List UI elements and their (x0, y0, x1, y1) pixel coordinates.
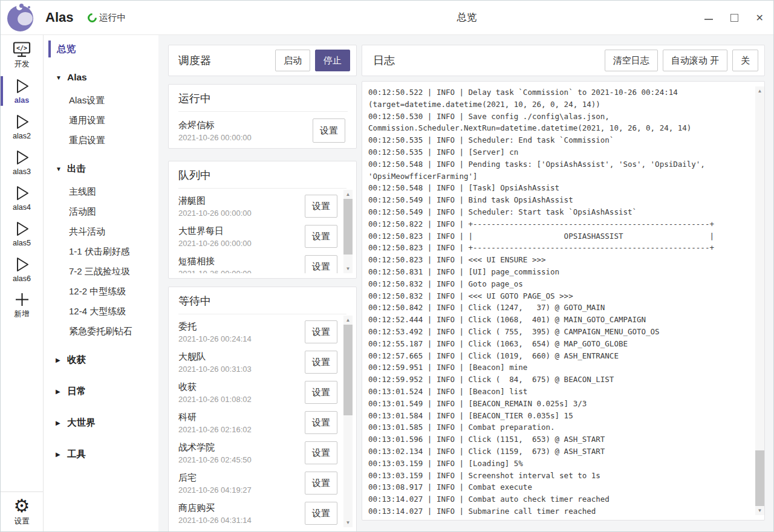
close-button[interactable]: ✕ (756, 12, 764, 24)
task-info: 大舰队2021-10-26 00:31:03 (178, 351, 305, 374)
task-row: 后宅2021-10-26 04:19:27设置 (178, 467, 343, 497)
task-name: 委托 (178, 320, 305, 332)
scrollbar-thumb[interactable] (343, 199, 353, 255)
menu-item[interactable]: 共斗活动 (48, 222, 158, 242)
clear-log-button[interactable]: 清空日志 (605, 50, 658, 71)
task-name: 商店购买 (178, 502, 305, 513)
main-content: 调度器 启动 停止 运行中 余烬信标2021-10-26 00:00:00设置 … (158, 35, 773, 531)
task-settings-button[interactable]: 设置 (313, 118, 345, 143)
task-time: 2021-10-26 00:00:00 (178, 238, 305, 248)
scroll-up-icon[interactable]: ▲ (758, 86, 763, 96)
rail-item-label: alas3 (13, 167, 31, 176)
task-settings-button[interactable]: 设置 (305, 195, 337, 218)
task-settings-button[interactable]: 设置 (305, 472, 337, 495)
waiting-scrollbar[interactable]: ▲ ▼ (343, 316, 353, 527)
menu-item[interactable]: 通用设置 (48, 111, 158, 131)
scheduler-card: 调度器 启动 停止 (168, 45, 357, 76)
menu-item[interactable]: Alas设置 (48, 91, 158, 111)
scrollbar-thumb[interactable] (343, 325, 353, 415)
maximize-button[interactable] (730, 14, 738, 22)
rail-item-alas3[interactable]: alas3 (1, 144, 43, 180)
task-name: 战术学院 (178, 441, 305, 453)
task-time: 2021-10-26 02:16:02 (178, 424, 305, 435)
autoscroll-toggle-button[interactable]: 自动滚动 开 (663, 50, 727, 71)
task-settings-button[interactable]: 设置 (305, 225, 337, 248)
menu-group-工具[interactable]: ▶工具 (48, 441, 158, 467)
task-settings-button[interactable]: 设置 (305, 441, 337, 464)
scroll-down-icon[interactable]: ▼ (758, 506, 763, 515)
task-settings-button[interactable]: 设置 (305, 255, 337, 273)
task-info: 科研2021-10-26 02:16:02 (178, 411, 305, 435)
rail-item-alas2[interactable]: alas2 (1, 109, 43, 144)
log-output[interactable]: 00:12:50.522 | INFO | Delay task `Commis… (368, 86, 755, 515)
task-info: 商店购买2021-10-26 04:31:14 (178, 502, 305, 525)
start-button[interactable]: 启动 (275, 50, 310, 71)
scroll-up-icon[interactable]: ▲ (346, 190, 351, 199)
log-off-button[interactable]: 关 (732, 50, 758, 71)
rail-item-dev[interactable]: </>开发 (1, 37, 43, 73)
minimize-button[interactable] (704, 11, 713, 25)
task-row: 大世界每日2021-10-26 00:00:00设置 (178, 220, 343, 250)
pending-scrollbar[interactable]: ▲ ▼ (343, 190, 353, 273)
rail-settings-button[interactable]: ⚙ 设置 (1, 491, 43, 531)
rail-item-alas5[interactable]: alas5 (1, 216, 43, 251)
rail-item-alas[interactable]: alas (1, 73, 43, 109)
task-settings-button[interactable]: 设置 (305, 381, 337, 404)
stop-button[interactable]: 停止 (315, 50, 350, 71)
task-time: 2021-10-26 04:19:27 (178, 485, 305, 495)
scroll-up-icon[interactable]: ▲ (346, 316, 351, 325)
menu-item[interactable]: 12-2 中型练级 (48, 282, 158, 302)
menu-overview-label: 总览 (57, 43, 76, 56)
play-icon (14, 221, 30, 238)
running-spinner-icon (86, 11, 99, 24)
pending-list[interactable]: 潜艇图2021-10-26 00:00:00设置大世界每日2021-10-26 … (178, 190, 343, 273)
waiting-list[interactable]: 委托2021-10-26 00:24:14设置大舰队2021-10-26 00:… (178, 316, 343, 527)
instance-rail: </>开发alasalas2alas3alas4alas5alas6新增 ⚙ 设… (1, 35, 44, 531)
chevron-right-icon: ▶ (56, 420, 62, 426)
rail-item-add[interactable]: 新增 (1, 287, 43, 323)
task-time: 2021-10-26 00:00:00 (178, 132, 313, 143)
menu-item[interactable]: 1-1 伏击刷好感 (48, 242, 158, 262)
app-window: Alas 运行中 总览 ✕ </>开发alasalas2alas3alas4al… (0, 0, 774, 532)
chevron-down-icon: ▼ (56, 74, 62, 81)
play-icon (14, 185, 30, 202)
task-name: 大舰队 (178, 351, 305, 362)
task-settings-button[interactable]: 设置 (305, 502, 337, 525)
menu-item[interactable]: 主线图 (48, 182, 158, 202)
task-settings-button[interactable]: 设置 (305, 320, 337, 343)
menu-item[interactable]: 重启设置 (48, 131, 158, 151)
rail-item-alas4[interactable]: alas4 (1, 180, 43, 216)
menu-group-日常[interactable]: ▶日常 (48, 378, 158, 404)
task-info: 委托2021-10-26 00:24:14 (178, 320, 305, 344)
menu-group-出击[interactable]: ▼出击 (48, 155, 158, 182)
scroll-down-icon[interactable]: ▼ (346, 518, 351, 527)
log-header: 日志 清空日志 自动滚动 开 关 (362, 45, 765, 76)
menu-group-大世界[interactable]: ▶大世界 (48, 409, 158, 436)
menu-item[interactable]: 活动图 (48, 202, 158, 222)
app-logo-icon (7, 4, 36, 33)
task-settings-button[interactable]: 设置 (305, 411, 337, 434)
menu-item-overview[interactable]: 总览 (48, 39, 158, 59)
rail-item-alas6[interactable]: alas6 (1, 251, 43, 287)
menu-item[interactable]: 紧急委托刷钻石 (48, 322, 158, 342)
task-time: 2021-10-26 00:00:00 (178, 268, 305, 274)
scrollbar-thumb[interactable] (755, 450, 764, 506)
task-row: 大舰队2021-10-26 00:31:03设置 (178, 346, 343, 376)
menu-item[interactable]: 12-4 大型练级 (48, 302, 158, 322)
menu-group-收获[interactable]: ▶收获 (48, 346, 158, 373)
rail-item-label: alas (15, 96, 29, 105)
log-scrollbar[interactable]: ▲ ▼ (755, 86, 764, 515)
task-time: 2021-10-26 00:00:00 (178, 208, 305, 218)
rail-item-label: alas6 (13, 274, 31, 283)
active-indicator (48, 41, 51, 57)
scroll-down-icon[interactable]: ▼ (346, 264, 351, 273)
task-row: 战术学院2021-10-26 02:45:50设置 (178, 436, 343, 467)
task-settings-button[interactable]: 设置 (305, 351, 337, 374)
menu-item[interactable]: 7-2 三战捡垃圾 (48, 262, 158, 282)
task-info: 后宅2021-10-26 04:19:27 (178, 472, 305, 495)
plus-icon (14, 291, 30, 308)
chevron-right-icon: ▶ (56, 357, 62, 363)
chevron-down-icon: ▼ (56, 166, 62, 172)
menu-group-Alas[interactable]: ▼Alas (48, 64, 158, 91)
maximize-icon (730, 14, 738, 22)
